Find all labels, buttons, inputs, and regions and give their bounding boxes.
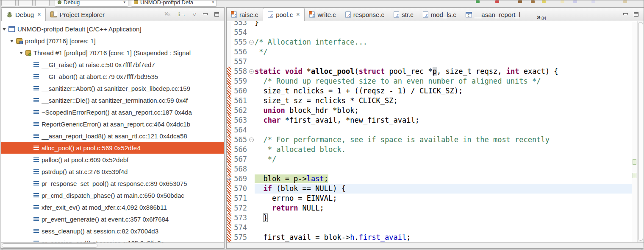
code-token: NULL;	[298, 204, 324, 212]
editor-tab-pool-c[interactable]: .cpool.c×	[263, 8, 305, 21]
tab-debug[interactable]: Debug ×	[1, 8, 46, 21]
code-text[interactable]: char *first_avail, *new_first_avail;	[255, 115, 632, 125]
editor-tab--asan-report-l[interactable]: c__asan_report_l	[461, 8, 525, 21]
collapse-icon[interactable]: −	[249, 40, 254, 45]
view-menu-icon[interactable]: ▽	[193, 11, 196, 17]
code-text[interactable]: first_avail = blok->h.first_avail;	[255, 233, 632, 242]
code-text[interactable]	[255, 223, 632, 233]
fold-column	[248, 233, 255, 242]
maximize-icon[interactable]	[634, 12, 638, 17]
code-line: 557	[227, 57, 644, 67]
toolbar-button[interactable]	[35, 0, 50, 6]
code-text[interactable]: if (blok == NULL) {	[255, 184, 632, 194]
tree-row[interactable]: ReportGenericError() at asan_report.cc:4…	[1, 118, 224, 130]
tab-project-explorer[interactable]: Project Explorer	[46, 8, 109, 21]
tree-row[interactable]: __GI_raise() at raise.c:50 0x7ffff7bf7ed…	[1, 59, 224, 70]
editor-horizontal-scrollbar[interactable]	[227, 242, 644, 248]
i-glyph: i	[178, 11, 180, 18]
code-text[interactable]: return NULL;	[255, 203, 632, 213]
tree-row[interactable]: ~ScopedInErrorReport() at asan_report.cc…	[1, 106, 224, 118]
code-text[interactable]: */	[255, 154, 632, 164]
expander-arrow-icon[interactable]	[19, 52, 23, 56]
code-text[interactable]: /* Round up requested size to an even nu…	[255, 76, 632, 86]
editor-tab-raise-c[interactable]: .craise.c	[227, 8, 263, 21]
code-text[interactable]: }	[255, 21, 632, 28]
toolbar-button[interactable]	[1, 0, 16, 6]
expander-arrow-icon[interactable]	[10, 40, 14, 44]
fold-column	[248, 223, 255, 233]
line-number: 555	[231, 37, 248, 47]
maximize-icon[interactable]	[214, 12, 219, 17]
editor-tab-str-c[interactable]: .cstr.c	[389, 8, 418, 21]
expander-arrow-icon[interactable]	[3, 28, 6, 32]
code-text[interactable]	[255, 57, 632, 67]
stack-frame-row-selected[interactable]: alloc_pool() at pool.c:569 0x52dfe4	[1, 142, 224, 154]
minimize-icon[interactable]	[203, 13, 208, 15]
tree-row[interactable]: pr_response_set_pool() at response.c:89 …	[1, 177, 224, 189]
tree-row[interactable]: xfer_exit_ev() at mod_xfer.c:4,092 0x886…	[1, 201, 224, 213]
code-text[interactable]	[255, 28, 632, 37]
fold-column	[248, 164, 255, 174]
tree-row[interactable]: pr_session_end() at session.c:125 0x6ffa…	[1, 237, 224, 242]
chevron-right-icon: »	[537, 13, 541, 21]
code-text[interactable]: errno = EINVAL;	[255, 194, 632, 203]
code-text[interactable]	[255, 164, 632, 174]
perspective-combo[interactable]: Debug ▾	[55, 0, 128, 7]
minimize-icon[interactable]	[623, 13, 628, 15]
code-editor[interactable]: 553}554555−/* Allocation interface...556…	[227, 21, 644, 242]
scrollbar-thumb[interactable]	[2, 243, 97, 248]
launch-config-combo[interactable]: UNMOD-proftpd Defa ▾	[131, 0, 217, 7]
tab-overflow-indicator[interactable]: » 84	[537, 13, 546, 21]
scrollbar-thumb[interactable]	[638, 22, 643, 241]
code-text[interactable]: /* For performance, see if space is avai…	[255, 135, 632, 145]
fold-column	[248, 203, 255, 213]
vertical-scrollbar[interactable]	[637, 21, 644, 242]
function-range-indicator	[227, 28, 231, 37]
close-icon[interactable]: ×	[296, 11, 300, 17]
code-line: 571 errno = EINVAL;	[227, 194, 644, 203]
toolbar-button[interactable]	[18, 0, 33, 6]
remove-all-terminated-icon[interactable]: × ×	[164, 11, 172, 17]
editor-tab-write-c[interactable]: .cwrite.c	[305, 8, 340, 21]
code-token: size_t sz = nclicks * CLICK_SZ;	[255, 96, 398, 105]
occurrence-mark[interactable]	[633, 173, 636, 178]
tree-row[interactable]: pstrdup() at str.c:276 0x539f4d	[1, 166, 224, 177]
instruction-stepping-icon[interactable]: i →	[178, 11, 186, 18]
close-icon[interactable]: ×	[37, 11, 41, 17]
code-text[interactable]: size_t sz = nclicks * CLICK_SZ;	[255, 96, 632, 106]
occurrence-mark[interactable]	[633, 159, 636, 165]
tree-row[interactable]: __sanitizer::Die() at sanitizer_terminat…	[1, 94, 224, 106]
tree-row[interactable]: pr_event_generate() at event.c:357 0x6f7…	[1, 213, 224, 225]
eclipse-window: Debug ▾ UNMOD-proftpd Defa ▾ Debug ×	[0, 0, 644, 250]
tree-row[interactable]: UNMOD-proftpd Default [C/C++ Application…	[1, 23, 224, 35]
line-number: 565	[231, 135, 248, 145]
tree-row[interactable]: Thread #1 [proftpd] 70716 [core: 1] (Sus…	[1, 47, 224, 59]
editor-tab-response-c[interactable]: .cresponse.c	[341, 8, 389, 21]
debug-horizontal-scrollbar[interactable]	[1, 242, 224, 248]
code-text[interactable]: size_t nclicks = 1 + ((reqsz - 1) / CLIC…	[255, 86, 632, 96]
code-text[interactable]: /* Allocation interface...	[255, 37, 632, 47]
tree-row[interactable]: __asan_report_load8() at asan_rtl.cc:121…	[1, 130, 224, 142]
code-text[interactable]: */	[255, 47, 632, 57]
toolbar-icon-partial	[476, 0, 480, 3]
code-text[interactable]: blok = p->last;	[255, 174, 632, 184]
collapse-icon[interactable]: −	[249, 138, 254, 142]
code-text[interactable]: static void *alloc_pool(struct pool_rec …	[255, 67, 632, 76]
tree-row[interactable]: proftpd [70716] [cores: 1]	[1, 35, 224, 47]
editor-tab-mod-ls-c[interactable]: .cmod_ls.c	[418, 8, 461, 21]
code-text[interactable]	[255, 125, 632, 135]
c-letter: .c	[425, 14, 428, 17]
tree-row[interactable]: sess_cleanup() at session.c:82 0x7004d3	[1, 225, 224, 237]
tree-row[interactable]: palloc() at pool.c:609 0x52debf	[1, 154, 224, 166]
tree-row[interactable]: __GI_abort() at abort.c:79 0x7ffff7bd953…	[1, 70, 224, 82]
code-text[interactable]: union block_hdr *blok;	[255, 106, 632, 115]
collapse-icon[interactable]: −	[249, 69, 254, 74]
overview-ruler[interactable]	[632, 21, 637, 242]
code-text[interactable]: * allocated block.	[255, 145, 632, 154]
bug-icon	[6, 11, 13, 18]
tree-row[interactable]: __sanitizer::Abort() at sanitizer_posix_…	[1, 82, 224, 94]
tree-row[interactable]: pr_cmd_dispatch_phase() at main.c:650 0x…	[1, 189, 224, 201]
editor-tab-label: str.c	[402, 11, 414, 18]
code-text[interactable]: }	[255, 213, 632, 223]
code-token: }	[263, 213, 267, 222]
